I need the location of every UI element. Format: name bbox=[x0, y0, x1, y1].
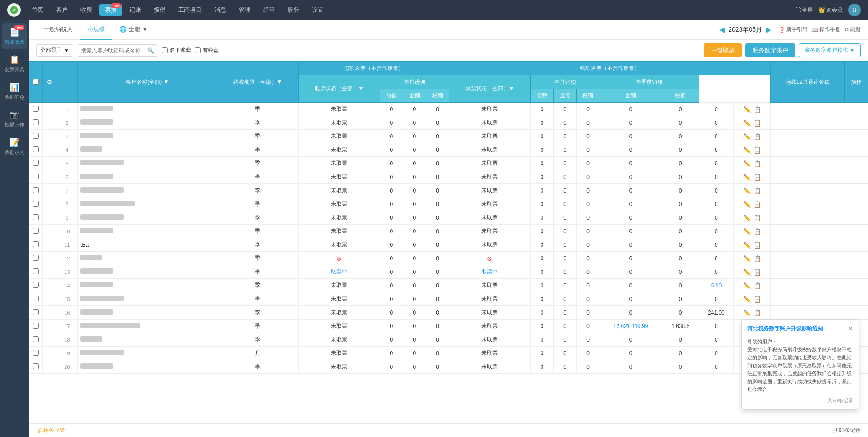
tax-digital-account-btn[interactable]: 税务数字账户 bbox=[745, 43, 795, 57]
row-checkbox[interactable] bbox=[33, 228, 39, 234]
row-checkbox[interactable] bbox=[33, 214, 39, 220]
edit-icon[interactable]: ✏️ bbox=[743, 214, 751, 221]
row-checkbox[interactable] bbox=[33, 255, 39, 261]
row-checkbox[interactable] bbox=[33, 282, 39, 288]
sidebar-item-smart-ticket[interactable]: 📄 智能取票 new bbox=[2, 23, 27, 49]
sidebar-item-ticket-summary[interactable]: 📊 票据汇总 bbox=[2, 79, 27, 104]
copy-icon[interactable]: 📋 bbox=[754, 160, 761, 167]
nav-ticket[interactable]: 票据 new bbox=[99, 4, 122, 16]
one-click-fetch-btn[interactable]: 一键取票 bbox=[704, 43, 742, 57]
nav-management[interactable]: 管理 bbox=[233, 4, 256, 16]
copy-icon[interactable]: 📋 bbox=[754, 133, 761, 140]
edit-icon[interactable]: ✏️ bbox=[743, 146, 751, 154]
edit-icon[interactable]: ✏️ bbox=[743, 296, 751, 303]
cumulative-value[interactable]: 5.00 bbox=[711, 282, 722, 289]
guide-btn[interactable]: ❓ 新手引导 bbox=[778, 26, 808, 33]
account-checkbox[interactable] bbox=[162, 47, 168, 53]
sidebar-item-scan-upload[interactable]: 📷 扫描上传 bbox=[2, 106, 27, 132]
quarter-amount-value[interactable]: 12,621,319.99 bbox=[613, 323, 648, 329]
edit-icon[interactable]: ✏️ bbox=[743, 241, 751, 249]
copy-icon[interactable]: 📋 bbox=[754, 282, 761, 289]
row-checkbox[interactable] bbox=[33, 119, 39, 125]
nav-accounting[interactable]: 记账 bbox=[124, 4, 146, 16]
col-tax-quota[interactable]: 纳税期限（全部）▼ bbox=[217, 62, 298, 103]
sidebar-item-ticket-entry[interactable]: 📝 票据录入 bbox=[2, 134, 27, 160]
edit-icon[interactable]: ✏️ bbox=[743, 106, 751, 113]
edit-icon[interactable]: ✏️ bbox=[743, 201, 751, 208]
row-checkbox[interactable] bbox=[33, 174, 39, 179]
edit-icon[interactable]: ✏️ bbox=[743, 174, 751, 181]
row-checkbox[interactable] bbox=[33, 160, 39, 166]
edit-icon[interactable]: ✏️ bbox=[743, 160, 751, 167]
copy-icon[interactable]: 📋 bbox=[754, 214, 761, 221]
manual-btn[interactable]: 📖 操作手册 bbox=[811, 26, 841, 33]
copy-icon[interactable]: 📋 bbox=[754, 309, 761, 316]
edit-icon[interactable]: ✏️ bbox=[743, 228, 751, 235]
edit-icon[interactable]: ✏️ bbox=[743, 133, 751, 140]
nav-tax[interactable]: 报税 bbox=[148, 4, 171, 16]
row-checkbox[interactable] bbox=[33, 146, 39, 152]
client-search-box[interactable]: 🔍 bbox=[77, 44, 158, 57]
taxdisk-checkbox-label[interactable]: 有税盘 bbox=[195, 47, 219, 54]
sidebar-item-invoice-open[interactable]: 📋 发票开具 bbox=[2, 51, 27, 77]
col-settings[interactable]: ⚙ bbox=[43, 62, 57, 103]
fullscreen-btn[interactable]: ⛶ 全屏 bbox=[795, 6, 813, 14]
copy-icon[interactable]: 📋 bbox=[754, 119, 761, 127]
notification-close-btn[interactable]: ✕ bbox=[848, 325, 853, 334]
edit-icon[interactable]: ✏️ bbox=[743, 187, 751, 194]
employee-filter-select[interactable]: 全部员工 ▼ bbox=[36, 44, 73, 57]
row-checkbox[interactable] bbox=[33, 336, 39, 342]
row-checkbox[interactable] bbox=[33, 106, 39, 112]
edit-icon[interactable]: ✏️ bbox=[743, 309, 751, 316]
row-checkbox[interactable] bbox=[33, 363, 39, 369]
edit-icon[interactable]: ✏️ bbox=[743, 119, 751, 127]
client-search-input[interactable] bbox=[81, 47, 146, 54]
copy-icon[interactable]: 📋 bbox=[754, 268, 761, 276]
taxdisk-checkbox[interactable] bbox=[195, 47, 201, 53]
col-in-fetch-status[interactable]: 取票状态（全部）▼ bbox=[298, 75, 380, 103]
copy-icon[interactable]: 📋 bbox=[754, 228, 761, 235]
prev-month-btn[interactable]: ◀ bbox=[719, 25, 725, 34]
nav-settings[interactable]: 设置 bbox=[307, 4, 329, 16]
row-checkbox[interactable] bbox=[33, 201, 39, 207]
edit-icon[interactable]: ✏️ bbox=[743, 255, 751, 262]
copy-icon[interactable]: 📋 bbox=[754, 187, 761, 194]
row-checkbox[interactable] bbox=[33, 241, 39, 247]
nav-billing[interactable]: 收费 bbox=[75, 4, 98, 16]
nav-business[interactable]: 工商项目 bbox=[173, 4, 207, 16]
copy-icon[interactable]: 📋 bbox=[754, 106, 761, 113]
row-checkbox[interactable] bbox=[33, 309, 39, 315]
tab-small-scale[interactable]: 小规模 bbox=[80, 20, 112, 40]
copy-icon[interactable]: 📋 bbox=[754, 296, 761, 303]
nav-customer[interactable]: 客户 bbox=[51, 4, 73, 16]
copy-icon[interactable]: 📋 bbox=[754, 146, 761, 154]
tab-general-taxpayer[interactable]: 一般纳税人 bbox=[36, 20, 80, 40]
row-checkbox[interactable] bbox=[33, 350, 39, 356]
edit-icon[interactable]: ✏️ bbox=[743, 282, 751, 289]
col-client-name[interactable]: 客户名称(全部) ▼ bbox=[78, 62, 217, 103]
col-out-fetch-status[interactable]: 取票状态（全部）▼ bbox=[449, 75, 530, 103]
copy-icon[interactable]: 📋 bbox=[754, 241, 761, 249]
copy-icon[interactable]: 📋 bbox=[754, 174, 761, 181]
row-checkbox[interactable] bbox=[33, 133, 39, 139]
nav-service[interactable]: 服务 bbox=[282, 4, 305, 16]
row-checkbox[interactable] bbox=[33, 323, 39, 329]
copy-icon[interactable]: 📋 bbox=[754, 255, 761, 262]
nav-message[interactable]: 消息 bbox=[209, 4, 231, 16]
nav-home[interactable]: 首页 bbox=[26, 4, 49, 16]
refresh-btn[interactable]: ↺ 刷新 bbox=[844, 26, 861, 33]
vip-btn[interactable]: 👑 购会员 bbox=[818, 6, 843, 14]
row-checkbox[interactable] bbox=[33, 296, 39, 301]
row-checkbox[interactable] bbox=[33, 187, 39, 193]
edit-icon[interactable]: ✏️ bbox=[743, 268, 751, 276]
tab-all[interactable]: 🌐 全能 ▼ bbox=[112, 20, 155, 40]
nav-operation[interactable]: 经营 bbox=[258, 4, 280, 16]
next-month-btn[interactable]: ▶ bbox=[766, 25, 771, 34]
select-all-checkbox[interactable] bbox=[33, 79, 39, 85]
col-check-all[interactable] bbox=[29, 62, 43, 103]
tax-digital-ops-btn[interactable]: 税务数字账户操作 ▼ bbox=[799, 43, 861, 57]
copy-icon[interactable]: 📋 bbox=[754, 201, 761, 208]
user-avatar[interactable]: U bbox=[848, 4, 861, 16]
tax-policy-link[interactable]: @ 税务政策 bbox=[36, 427, 65, 434]
row-checkbox[interactable] bbox=[33, 268, 39, 274]
